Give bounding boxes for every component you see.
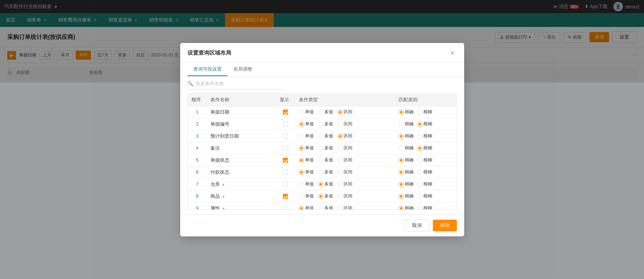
tab-query-fields-label: 查询字段设置 [193, 66, 222, 72]
tab-query-fields[interactable]: 查询字段设置 [187, 62, 228, 76]
tab-layout-label: 布局调整 [233, 66, 252, 72]
dialog-title: 设置查询区域布局 [187, 50, 231, 56]
dialog: 设置查询区域布局 ✕ 查询字段设置 布局调整 🔍 [180, 43, 464, 83]
dialog-close-button[interactable]: ✕ [448, 49, 457, 58]
condition-search-input[interactable] [195, 81, 268, 83]
modal-overlay: 设置查询区域布局 ✕ 查询字段设置 布局调整 🔍 [0, 0, 644, 83]
condition-search-bar: 🔍 [187, 81, 282, 83]
dialog-tabs: 查询字段设置 布局调整 [180, 62, 464, 76]
dialog-header: 设置查询区域布局 ✕ [180, 43, 464, 62]
tab-layout[interactable]: 布局调整 [228, 62, 258, 76]
search-icon: 🔍 [187, 81, 193, 83]
dialog-body: 🔍 顺序 条件名称 显示 条件类型 匹配原则 [180, 76, 464, 83]
